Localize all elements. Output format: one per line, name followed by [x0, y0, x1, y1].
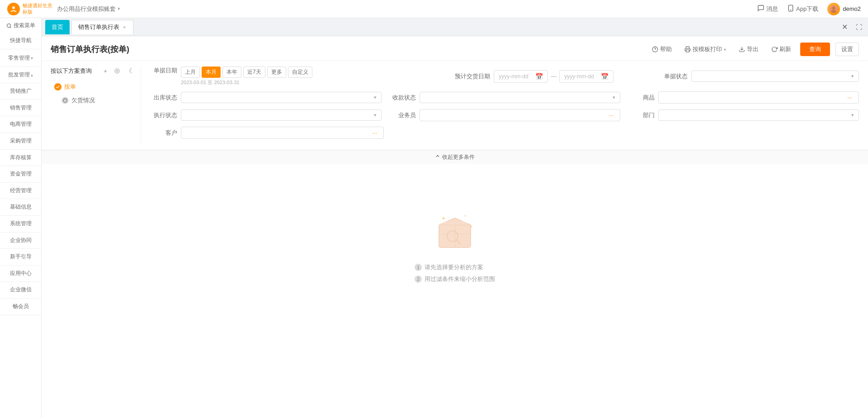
sidebar-item-basic[interactable]: 基础信息 [0, 199, 41, 216]
svg-point-0 [12, 6, 15, 9]
svg-point-4 [832, 6, 835, 10]
app-download-btn[interactable]: App下载 [787, 5, 818, 13]
print-arrow-icon: ▾ [724, 47, 726, 52]
receipt-status-filter: 收款状态 ▾ [389, 92, 620, 103]
tab-maximize-btn[interactable]: ⛶ [854, 22, 864, 33]
message-btn[interactable]: 消息 [757, 5, 778, 13]
sidebar-item-weixin[interactable]: 企业微信 [0, 282, 41, 299]
tab-bar-actions: ✕ ⛶ [839, 22, 864, 33]
sidebar-item-quick-nav[interactable]: 快捷导航 [0, 33, 41, 48]
sidebar-item-appstore[interactable]: 应用中心 [0, 266, 41, 282]
scheme-order-icon [54, 83, 61, 90]
collapse-bar[interactable]: 收起更多条件 [42, 150, 868, 164]
order-status-select[interactable]: ▾ [691, 71, 859, 82]
sidebar-item-member[interactable]: 畅会员 [0, 299, 41, 315]
sidebar-item-search-menu[interactable]: 搜索菜单 [0, 18, 41, 33]
last-month-btn[interactable]: 上月 [181, 66, 200, 78]
sidebar-item-ecommerce[interactable]: 电商管理 [0, 116, 41, 133]
sidebar-item-finance[interactable]: 资金管理 [0, 166, 41, 183]
svg-text:✦: ✦ [469, 224, 473, 229]
tab-close-all-btn[interactable]: ✕ [839, 22, 850, 33]
sidebar-item-system[interactable]: 系统管理 [0, 216, 41, 233]
tip-text-1: 请先选择要分析的方案 [425, 263, 483, 271]
query-btn[interactable]: 查询 [800, 43, 830, 56]
app-download-icon [787, 5, 794, 13]
edit-scheme-btn[interactable] [113, 66, 122, 76]
scheme-item-arrears[interactable]: 欠货情况 [51, 94, 133, 107]
salesman-select[interactable]: ··· [420, 109, 620, 121]
message-icon [757, 5, 764, 13]
this-month-btn[interactable]: 本月 [202, 66, 221, 78]
goods-label: 商品 [627, 94, 655, 102]
logo-icon [7, 3, 20, 15]
calendar-from-icon: 📅 [535, 73, 543, 80]
sidebar-item-inventory[interactable]: 库存核算 [0, 150, 41, 166]
department-control: ▾ [658, 109, 859, 121]
tip-num-2: 2 [415, 276, 422, 283]
content-area: 首页 销售订单执行表 × ✕ ⛶ 销售订单执行表(按单) [42, 18, 868, 418]
scheme-item-by-order[interactable]: 按单 [51, 80, 133, 94]
last-7-days-btn[interactable]: 近7天 [243, 66, 265, 78]
expected-date-from[interactable]: yyyy-mm-dd 📅 [494, 70, 548, 83]
expected-date-range: yyyy-mm-dd 📅 — yyyy-mm-dd 📅 [494, 70, 653, 83]
customer-label: 客户 [150, 129, 177, 137]
collapse-scheme-btn[interactable]: 《 [124, 66, 133, 76]
scheme-arrears-icon [61, 97, 69, 104]
collapse-label: 收起更多条件 [442, 153, 475, 161]
refresh-label: 刷新 [779, 45, 791, 53]
user-area[interactable]: demo2 [827, 3, 861, 15]
quick-date-buttons: 上月 本月 本年 近7天 更多 自定义 [181, 66, 312, 78]
sidebar-item-newbie[interactable]: 新手引导 [0, 249, 41, 266]
expected-date-label: 预计交货日期 [455, 72, 490, 81]
breadcrumb-arrow: ▾ [118, 6, 120, 12]
goods-control: ··· [658, 91, 859, 104]
print-template-btn[interactable]: 按模板打印 ▾ [681, 43, 730, 55]
breadcrumb[interactable]: 办公用品行业模拟账套 ▾ [57, 5, 120, 13]
goods-dots-btn[interactable]: ··· [845, 94, 854, 101]
receipt-status-select[interactable]: ▾ [420, 92, 620, 103]
goods-filter: 商品 ··· [627, 91, 859, 104]
search-menu-label: 搜索菜单 [14, 22, 35, 29]
expected-date-to[interactable]: yyyy-mm-dd 📅 [559, 70, 613, 83]
order-status-filter: 单据状态 ▾ [660, 71, 859, 82]
refresh-btn[interactable]: 刷新 [768, 43, 795, 55]
settings-btn[interactable]: 设置 [835, 43, 859, 56]
tip-text-2: 用过滤条件来缩小分析范围 [425, 275, 495, 283]
customer-dots-btn[interactable]: ··· [370, 129, 379, 136]
goods-select[interactable]: ··· [658, 91, 859, 104]
svg-text:✦: ✦ [464, 214, 467, 218]
tab-home[interactable]: 首页 [45, 20, 70, 34]
tab-bar: 首页 销售订单执行表 × ✕ ⛶ [42, 18, 868, 36]
more-date-btn[interactable]: 更多 [267, 66, 286, 78]
exec-status-filter: 执行状态 ▾ [150, 109, 382, 121]
this-year-btn[interactable]: 本年 [222, 66, 241, 78]
export-btn[interactable]: 导出 [735, 43, 762, 55]
exec-status-select[interactable]: ▾ [181, 109, 382, 121]
sidebar-item-wholesale[interactable]: 批发管理 ▴ [0, 67, 41, 84]
receipt-status-label: 收款状态 [389, 94, 416, 102]
customer-filter: 客户 ··· [150, 127, 384, 139]
tab-sales-order[interactable]: 销售订单执行表 × [71, 20, 133, 34]
customer-select[interactable]: ··· [181, 127, 384, 139]
sidebar-item-sales[interactable]: 销售管理 [0, 100, 41, 117]
sidebar-item-operations[interactable]: 经营管理 [0, 183, 41, 200]
custom-date-btn[interactable]: 自定义 [288, 66, 312, 78]
add-scheme-btn[interactable]: + [101, 66, 110, 76]
empty-tip-2: 2 用过滤条件来缩小分析范围 [415, 275, 495, 283]
quick-date-row: 上月 本月 本年 近7天 更多 自定义 [181, 66, 448, 78]
sidebar-item-enterprise[interactable]: 企业协同 [0, 233, 41, 249]
filter-conditions: 单据日期 上月 本月 本年 近7天 更多 自定义 [141, 66, 859, 144]
tip-num-1: 1 [415, 264, 422, 271]
out-select-arrow: ▾ [374, 95, 377, 100]
chevron-icon: ▴ [31, 72, 33, 77]
sidebar-item-purchase[interactable]: 采购管理 [0, 133, 41, 150]
sidebar-item-retail[interactable]: 零售管理 ▾ [0, 50, 41, 67]
sidebar: 搜索菜单 快捷导航 零售管理 ▾ 批发管理 ▴ 营销推广 销售管理 电商管理 采… [0, 18, 42, 418]
salesman-dots-btn[interactable]: ··· [607, 112, 615, 119]
sidebar-item-marketing[interactable]: 营销推广 [0, 83, 41, 100]
help-btn[interactable]: 帮助 [648, 43, 675, 55]
out-status-select[interactable]: ▾ [181, 92, 382, 103]
department-select[interactable]: ▾ [658, 109, 859, 121]
tab-close-btn[interactable]: × [122, 24, 127, 30]
exec-status-control: ▾ [181, 109, 382, 121]
